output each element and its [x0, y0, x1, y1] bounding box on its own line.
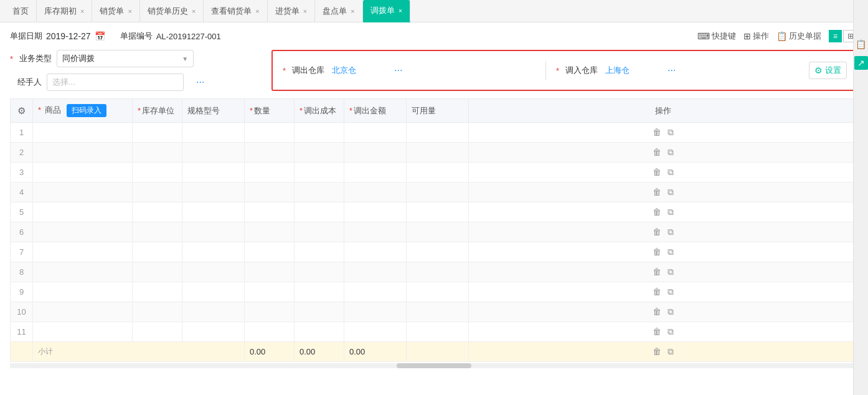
- scrollbar-thumb[interactable]: [397, 363, 471, 368]
- delete-icon[interactable]: 🗑: [653, 307, 661, 316]
- row-avail[interactable]: [407, 123, 469, 143]
- row-cost[interactable]: [295, 222, 344, 242]
- close-tab-4[interactable]: ×: [255, 7, 259, 15]
- tab-view-sales[interactable]: 查看销货单 ×: [204, 0, 267, 22]
- sidebar-export-icon[interactable]: ↗: [854, 56, 868, 70]
- row-cost[interactable]: [295, 242, 344, 262]
- row-amount[interactable]: [344, 282, 407, 302]
- copy-icon[interactable]: ⧉: [668, 326, 674, 336]
- row-avail[interactable]: [407, 282, 469, 302]
- row-unit[interactable]: [133, 143, 182, 163]
- row-unit[interactable]: [133, 282, 182, 302]
- transfer-in-more-btn[interactable]: ···: [665, 65, 678, 76]
- row-cost[interactable]: [295, 143, 344, 163]
- delete-icon[interactable]: 🗑: [653, 227, 661, 237]
- calendar-icon[interactable]: 📅: [95, 31, 105, 41]
- copy-icon[interactable]: ⧉: [668, 147, 674, 157]
- operations-btn[interactable]: ⊞ 操作: [743, 31, 769, 42]
- row-spec[interactable]: [182, 302, 245, 322]
- row-cost[interactable]: [295, 123, 344, 143]
- close-tab-5[interactable]: ×: [303, 7, 307, 15]
- close-tab-3[interactable]: ×: [192, 7, 196, 15]
- close-tab-6[interactable]: ×: [351, 7, 354, 15]
- row-avail[interactable]: [407, 202, 469, 222]
- row-unit[interactable]: [133, 262, 182, 282]
- delete-icon[interactable]: 🗑: [653, 287, 661, 297]
- biz-type-select[interactable]: 同价调拨 ▼: [57, 50, 194, 67]
- delete-icon[interactable]: 🗑: [653, 207, 661, 217]
- row-unit[interactable]: [133, 222, 182, 242]
- row-qty[interactable]: [245, 282, 295, 302]
- row-cost[interactable]: [295, 202, 344, 222]
- copy-icon[interactable]: ⧉: [668, 227, 674, 237]
- delete-icon[interactable]: 🗑: [653, 267, 661, 277]
- row-goods[interactable]: [33, 282, 133, 302]
- row-qty[interactable]: [245, 143, 295, 163]
- row-spec[interactable]: [182, 202, 245, 222]
- scan-btn[interactable]: 扫码录入: [67, 104, 106, 117]
- row-qty[interactable]: [245, 322, 295, 342]
- row-qty[interactable]: [245, 262, 295, 282]
- row-goods[interactable]: [33, 202, 133, 222]
- row-unit[interactable]: [133, 202, 182, 222]
- tab-transfer[interactable]: 调拨单 ×: [363, 0, 410, 22]
- shortcuts-btn[interactable]: ⌨ 快捷键: [697, 31, 736, 42]
- row-amount[interactable]: [344, 302, 407, 322]
- settings-btn[interactable]: ⚙ 设置: [809, 62, 847, 79]
- history-btn[interactable]: 📋 历史单据: [776, 31, 821, 42]
- row-spec[interactable]: [182, 242, 245, 262]
- tab-inventory-check[interactable]: 盘点单 ×: [315, 0, 362, 22]
- table-settings-icon[interactable]: ⚙: [17, 105, 26, 116]
- row-qty[interactable]: [245, 242, 295, 262]
- row-spec[interactable]: [182, 222, 245, 242]
- row-avail[interactable]: [407, 143, 469, 163]
- row-amount[interactable]: [344, 322, 407, 342]
- row-amount[interactable]: [344, 123, 407, 143]
- delete-icon[interactable]: 🗑: [653, 127, 661, 137]
- row-goods[interactable]: [33, 183, 133, 202]
- copy-icon[interactable]: ⧉: [668, 247, 674, 257]
- row-goods[interactable]: [33, 163, 133, 183]
- sidebar-doc-icon[interactable]: 📋: [854, 37, 868, 51]
- row-cost[interactable]: [295, 302, 344, 322]
- row-spec[interactable]: [182, 163, 245, 183]
- copy-icon[interactable]: ⧉: [668, 267, 674, 277]
- row-cost[interactable]: [295, 282, 344, 302]
- row-goods[interactable]: [33, 222, 133, 242]
- row-goods[interactable]: [33, 123, 133, 143]
- row-qty[interactable]: [245, 183, 295, 202]
- delete-icon[interactable]: 🗑: [653, 187, 661, 197]
- row-unit[interactable]: [133, 302, 182, 322]
- row-qty[interactable]: [245, 222, 295, 242]
- row-cost[interactable]: [295, 322, 344, 342]
- tab-sales-history[interactable]: 销货单历史 ×: [140, 0, 204, 22]
- row-goods[interactable]: [33, 322, 133, 342]
- row-spec[interactable]: [182, 183, 245, 202]
- row-goods[interactable]: [33, 242, 133, 262]
- tab-inventory-init[interactable]: 库存期初 ×: [37, 0, 92, 22]
- close-tab-1[interactable]: ×: [80, 7, 84, 15]
- row-goods[interactable]: [33, 262, 133, 282]
- close-tab-2[interactable]: ×: [128, 7, 131, 15]
- row-avail[interactable]: [407, 222, 469, 242]
- row-goods[interactable]: [33, 143, 133, 163]
- row-unit[interactable]: [133, 163, 182, 183]
- horizontal-scrollbar[interactable]: [10, 363, 858, 368]
- row-avail[interactable]: [407, 302, 469, 322]
- row-cost[interactable]: [295, 163, 344, 183]
- row-avail[interactable]: [407, 262, 469, 282]
- copy-icon[interactable]: ⧉: [668, 207, 674, 217]
- row-cost[interactable]: [295, 183, 344, 202]
- tab-purchase[interactable]: 进货单 ×: [268, 0, 315, 22]
- row-unit[interactable]: [133, 242, 182, 262]
- copy-icon[interactable]: ⧉: [668, 307, 674, 316]
- row-unit[interactable]: [133, 123, 182, 143]
- row-unit[interactable]: [133, 183, 182, 202]
- row-spec[interactable]: [182, 322, 245, 342]
- row-qty[interactable]: [245, 302, 295, 322]
- manager-more-btn[interactable]: ···: [194, 77, 207, 88]
- row-goods[interactable]: [33, 302, 133, 322]
- delete-icon[interactable]: 🗑: [653, 147, 661, 157]
- copy-icon[interactable]: ⧉: [668, 287, 674, 297]
- row-avail[interactable]: [407, 322, 469, 342]
